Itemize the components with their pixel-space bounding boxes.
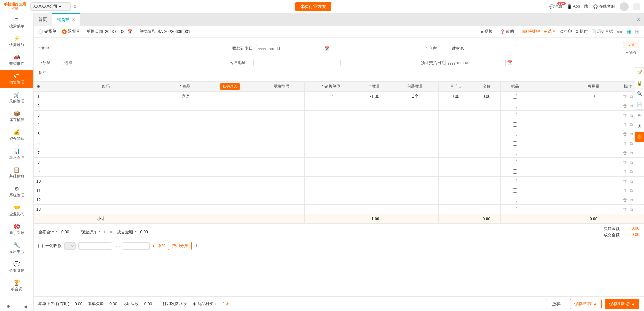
row-copy-4[interactable]: ⧉ [630, 122, 633, 127]
row-unit-4[interactable] [305, 120, 357, 129]
row-product-6[interactable] [168, 139, 202, 148]
row-gift-12[interactable] [501, 195, 529, 205]
row-qty-5[interactable] [357, 129, 392, 139]
expected-date-input[interactable] [445, 59, 506, 66]
row-product-8[interactable] [168, 158, 202, 167]
row-spec-5[interactable] [202, 129, 258, 139]
row-pkg-qty-8[interactable] [392, 158, 439, 167]
row-op-11[interactable]: 🗑 ⧉ [612, 186, 644, 195]
row-delete-7[interactable]: 🗑 [623, 151, 627, 155]
row-qty-1[interactable]: -1.00 [357, 92, 392, 101]
row-product-9[interactable] [168, 167, 202, 177]
add-payment-icon[interactable]: ● [152, 244, 155, 248]
row-pkg-qty-11[interactable] [392, 186, 439, 195]
save-draft-chevron-icon[interactable]: ▲ [593, 301, 597, 306]
row-barcode-9[interactable] [43, 167, 168, 177]
price-info-icon[interactable]: ℹ [459, 84, 461, 88]
row-product-11[interactable] [168, 186, 202, 195]
row-pkg-qty-12[interactable] [392, 195, 439, 205]
row-spec-6[interactable] [202, 139, 258, 148]
row-spec2-13[interactable] [258, 205, 305, 214]
row-amount-3[interactable] [472, 111, 500, 120]
scan-btn[interactable]: 扫码录入 [220, 83, 240, 90]
save-draft-btn[interactable]: 保存草稿 ▲ [570, 299, 602, 309]
sidebar-item-wechat[interactable]: 💬 企业微信 [0, 258, 33, 276]
right-tool-doc[interactable]: 📄 [635, 100, 644, 110]
row-product-1[interactable]: 拆货 [168, 92, 202, 101]
row-spec2-10[interactable] [258, 177, 305, 186]
row-barcode-11[interactable] [43, 186, 168, 195]
row-amount-8[interactable] [472, 158, 500, 167]
row-delete-13[interactable]: 🗑 [623, 207, 627, 212]
right-tool-lock[interactable]: 🔒 [635, 78, 644, 88]
row-delete-11[interactable]: 🗑 [623, 188, 627, 193]
row-price-9[interactable] [439, 167, 472, 177]
row-barcode-3[interactable] [43, 111, 168, 120]
app-download-btn[interactable]: 📱App下载 [567, 4, 588, 9]
sidebar-item-member[interactable]: 🏆 畅会员 [0, 276, 33, 295]
row-copy-8[interactable]: ⧉ [630, 160, 633, 165]
shortcut-btn[interactable]: ⌨快捷键 [522, 29, 540, 34]
row-qty-13[interactable] [357, 205, 392, 214]
row-amount-9[interactable] [472, 167, 500, 177]
row-qty-6[interactable] [357, 139, 392, 148]
sidebar-item-marketing[interactable]: 📣 营销推广 [0, 51, 33, 70]
row-spec2-4[interactable] [258, 120, 305, 129]
row-copy-9[interactable]: ⧉ [630, 169, 633, 174]
row-gift-10[interactable] [501, 177, 529, 186]
row-product-13[interactable] [168, 205, 202, 214]
sidebar-item-system[interactable]: ⚙ 系统管理 [0, 182, 33, 201]
product-type-checkbox[interactable]: ◉ [193, 301, 196, 306]
addr-more-icon[interactable]: ··· [342, 60, 346, 65]
row-product-7[interactable] [168, 148, 202, 158]
trial-btn[interactable]: 体验行业方案 [295, 2, 331, 11]
row-barcode-2[interactable] [43, 101, 168, 111]
settings-icon[interactable]: ⚙ [73, 4, 77, 9]
row-gift-5[interactable] [501, 129, 529, 139]
sidebar-item-basic-info[interactable]: 📋 基础信息 [0, 163, 33, 182]
row-price-2[interactable] [439, 101, 472, 111]
row-amount-2[interactable] [472, 101, 500, 111]
row-spec-7[interactable] [202, 148, 258, 158]
row-copy-6[interactable]: ⧉ [630, 141, 633, 146]
row-unit-6[interactable] [305, 139, 357, 148]
account-input[interactable] [78, 242, 112, 250]
split-btn[interactable]: 费用分摊 [168, 242, 192, 250]
row-amount-4[interactable] [472, 120, 500, 129]
row-barcode-13[interactable] [43, 205, 168, 214]
row-gift-2[interactable] [501, 101, 529, 111]
right-tool-search[interactable]: 🔍 [635, 89, 644, 99]
row-barcode-12[interactable] [43, 195, 168, 205]
right-tool-note[interactable]: 📝 [635, 67, 644, 77]
row-unit-10[interactable] [305, 177, 357, 186]
row-gift-9[interactable] [501, 167, 529, 177]
close-all-tabs[interactable]: ✕ [636, 16, 641, 23]
row-spec-3[interactable] [202, 111, 258, 120]
row-unit-13[interactable] [305, 205, 357, 214]
row-price-3[interactable] [439, 111, 472, 120]
one-key-payment-checkbox[interactable] [38, 244, 43, 248]
row-amount-7[interactable] [472, 148, 500, 158]
row-copy-5[interactable]: ⧉ [630, 132, 633, 137]
row-product-3[interactable] [168, 111, 202, 120]
tab-sales-order[interactable]: 销货单 ✕ [52, 13, 80, 26]
row-spec2-11[interactable] [258, 186, 305, 195]
row-price-11[interactable] [439, 186, 472, 195]
row-qty-12[interactable] [357, 195, 392, 205]
row-price-10[interactable] [439, 177, 472, 186]
row-price-4[interactable] [439, 120, 472, 129]
row-copy-13[interactable]: ⧉ [630, 207, 633, 212]
prev-btn[interactable]: ◀ [616, 29, 619, 34]
row-spec-10[interactable] [202, 177, 258, 186]
col-scan[interactable]: 扫码录入 [202, 82, 258, 92]
operate-btn[interactable]: ⚙操作 [575, 29, 588, 34]
row-product-5[interactable] [168, 129, 202, 139]
row-op-7[interactable]: 🗑 ⧉ [612, 148, 644, 158]
row-pkg-qty-6[interactable] [392, 139, 439, 148]
sidebar-item-quicknav[interactable]: ⚡ 快捷导航 [0, 32, 33, 51]
row-copy-12[interactable]: ⧉ [630, 198, 633, 202]
row-copy-10[interactable]: ⧉ [630, 179, 633, 184]
tab-home[interactable]: 首页 [34, 13, 52, 26]
row-pkg-qty-2[interactable] [392, 101, 439, 111]
row-delete-8[interactable]: 🗑 [623, 160, 627, 165]
